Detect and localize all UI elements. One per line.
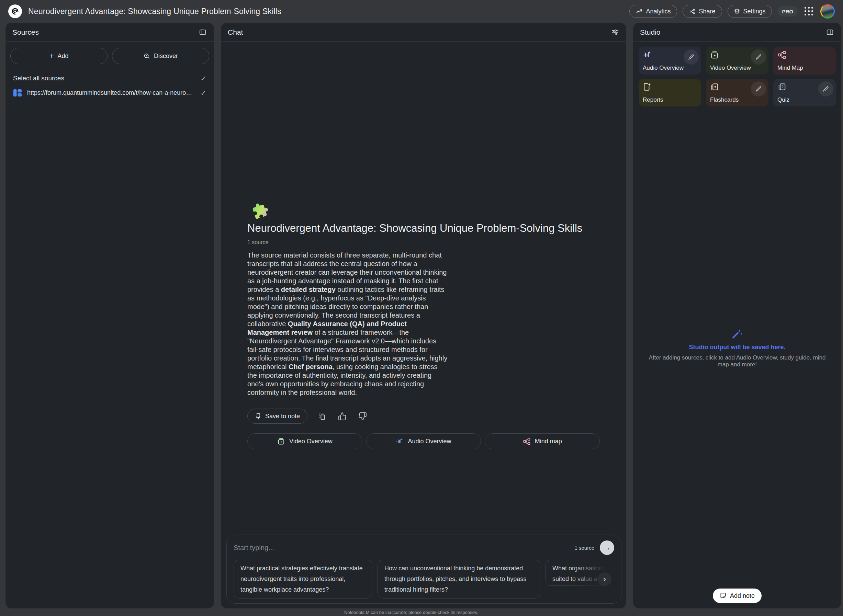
studio-empty-subtitle: After adding sources, click to add Audio… xyxy=(643,354,831,368)
edit-pencil-icon[interactable] xyxy=(751,50,766,65)
thumbs-up-icon[interactable] xyxy=(337,411,348,422)
send-button[interactable]: → xyxy=(600,540,614,555)
add-source-button[interactable]: + Add xyxy=(10,48,107,64)
audio-overview-card[interactable]: Audio Overview xyxy=(639,47,701,75)
studio-panel-title: Studio xyxy=(640,28,661,37)
edit-pencil-icon[interactable] xyxy=(818,81,833,97)
share-button[interactable]: Share xyxy=(683,5,722,18)
discover-search-icon xyxy=(143,53,150,60)
chat-settings-sliders-icon[interactable] xyxy=(611,28,619,37)
top-bar: Neurodivergent Advantage: Showcasing Uni… xyxy=(0,0,843,23)
notebook-summary: The source material consists of three se… xyxy=(247,251,448,397)
magic-wand-icon xyxy=(731,327,743,340)
google-apps-icon[interactable] xyxy=(805,7,814,16)
analytics-button[interactable]: Analytics xyxy=(629,5,677,18)
video-icon xyxy=(710,50,719,59)
web-source-icon xyxy=(13,89,22,97)
thumbs-down-icon[interactable] xyxy=(357,411,368,422)
discover-sources-button[interactable]: Discover xyxy=(112,48,209,64)
select-all-label: Select all sources xyxy=(13,75,64,82)
footer: NotebookLM can be inaccurate; please dou… xyxy=(0,609,843,616)
source-checkbox[interactable]: ✓ xyxy=(200,89,206,97)
copy-icon[interactable] xyxy=(316,411,328,422)
sources-panel: Sources + Add Discover Select all source… xyxy=(6,23,214,609)
audio-overview-chip[interactable]: Audio Overview xyxy=(366,433,481,449)
chat-panel-title: Chat xyxy=(228,28,243,37)
chat-panel: Chat xyxy=(221,23,626,609)
suggested-questions-row: What practical strategies effectively tr… xyxy=(234,560,614,598)
chat-notebook-title: Neurodivergent Advantage: Showcasing Uni… xyxy=(247,222,600,235)
mind-map-chip[interactable]: Mind map xyxy=(485,433,600,449)
collapse-panel-icon[interactable] xyxy=(198,28,207,37)
studio-empty-title: Studio output will be saved here. xyxy=(689,344,785,351)
source-url: https://forum.quantummindsunited.com/t/h… xyxy=(27,89,195,97)
analytics-icon xyxy=(636,8,643,15)
chat-input[interactable] xyxy=(234,544,570,552)
mindmap-icon xyxy=(777,50,786,59)
notebook-title: Neurodivergent Advantage: Showcasing Uni… xyxy=(28,7,281,16)
video-icon xyxy=(277,437,285,445)
select-all-sources-row: Select all sources ✓ xyxy=(6,66,214,85)
chat-scroll-area[interactable]: Neurodivergent Advantage: Showcasing Uni… xyxy=(221,41,626,535)
suggested-question-chip[interactable]: What practical strategies effectively tr… xyxy=(234,560,372,598)
studio-panel: Studio Audio Overview xyxy=(633,23,841,609)
quiz-icon: ? xyxy=(777,82,786,91)
studio-empty-state: Studio output will be saved here. After … xyxy=(633,106,841,588)
flashcards-icon xyxy=(710,82,719,91)
save-to-note-button[interactable]: Save to note xyxy=(247,409,307,424)
flashcards-card[interactable]: Flashcards xyxy=(706,79,768,106)
main-area: Sources + Add Discover Select all source… xyxy=(0,23,843,609)
avatar[interactable] xyxy=(820,4,835,19)
add-note-button[interactable]: Add note xyxy=(713,588,762,603)
puzzle-icon xyxy=(252,202,600,219)
source-list-item[interactable]: https://forum.quantummindsunited.com/t/h… xyxy=(6,85,214,101)
select-all-checkbox[interactable]: ✓ xyxy=(200,75,206,82)
plus-icon: + xyxy=(49,52,54,60)
next-suggestions-button[interactable]: › xyxy=(598,572,611,586)
video-overview-card[interactable]: Video Overview xyxy=(706,47,768,75)
video-overview-chip[interactable]: Video Overview xyxy=(247,433,363,449)
svg-text:?: ? xyxy=(781,85,784,89)
report-icon xyxy=(643,82,652,91)
send-arrow-icon: → xyxy=(603,543,611,552)
settings-button[interactable]: ⚙ Settings xyxy=(728,5,772,18)
waveform-icon xyxy=(643,50,652,59)
studio-card-grid: Audio Overview Video Overview Mind Map xyxy=(633,41,841,106)
quiz-card[interactable]: ? Quiz xyxy=(773,79,836,106)
chevron-right-icon: › xyxy=(603,575,606,584)
waveform-icon xyxy=(396,437,404,445)
edit-pencil-icon[interactable] xyxy=(751,81,766,97)
edit-pencil-icon[interactable] xyxy=(684,50,699,65)
disclaimer-text: NotebookLM can be inaccurate; please dou… xyxy=(344,610,478,615)
chat-input-container: 1 source → What practical strategies eff… xyxy=(226,535,621,604)
input-source-count: 1 source xyxy=(574,545,594,551)
note-icon xyxy=(720,592,727,599)
notebooklm-logo-icon[interactable] xyxy=(8,4,22,18)
mindmap-icon xyxy=(523,437,531,445)
suggested-question-chip[interactable]: How can unconventional thinking be demon… xyxy=(377,560,540,598)
gear-icon: ⚙ xyxy=(734,8,740,15)
sources-panel-title: Sources xyxy=(12,28,39,37)
pin-icon xyxy=(255,413,261,419)
source-count-label: 1 source xyxy=(247,239,600,245)
collapse-panel-icon[interactable] xyxy=(825,28,834,37)
reports-card[interactable]: Reports xyxy=(639,79,701,106)
share-icon xyxy=(689,8,696,15)
mind-map-card[interactable]: Mind Map xyxy=(773,47,836,75)
pro-badge: PRO xyxy=(777,6,797,16)
